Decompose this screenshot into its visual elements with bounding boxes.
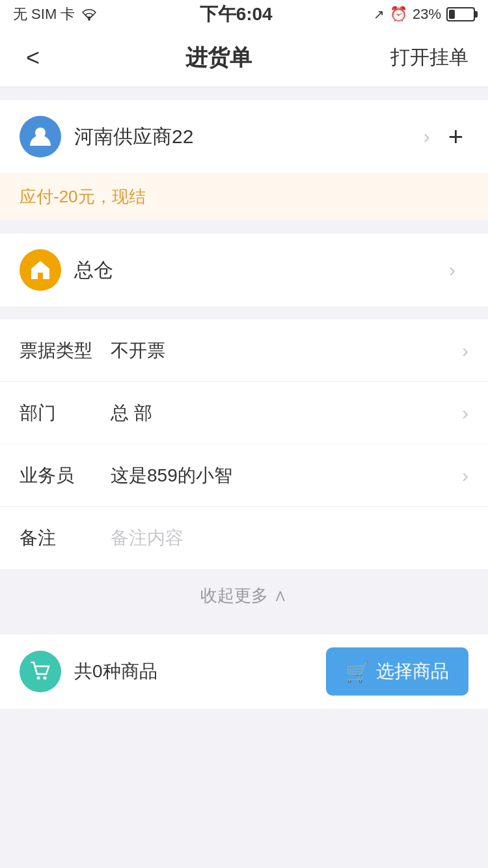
salesperson-value: 这是859的小智 [98,463,462,488]
remark-value: 备注内容 [98,526,468,550]
status-time: 下午6:04 [200,2,273,27]
salesperson-label: 业务员 [20,463,98,488]
form-section: 票据类型 不开票 › 部门 总 部 › 业务员 这是859的小智 › 备注 备注… [0,319,488,569]
select-product-button[interactable]: 🛒 选择商品 [326,647,468,696]
salesperson-chevron-icon: › [462,465,468,487]
collapse-label: 收起更多 ∧ [200,584,287,607]
product-count: 共0种商品 [74,659,326,684]
warehouse-section: 总仓 › [0,233,488,306]
back-button[interactable]: < [20,38,46,78]
nav-bar: < 进货单 打开挂单 [0,29,488,87]
product-icon [20,651,61,692]
alarm-icon: ⏰ [390,6,407,23]
svg-point-2 [37,677,40,680]
page-title: 进货单 [185,43,252,73]
status-left: 无 SIM 卡 [13,5,98,24]
bottom-bar: 共0种商品 🛒 选择商品 [0,634,488,709]
add-button[interactable]: + [443,122,468,152]
cart-icon [29,660,52,683]
remark-row[interactable]: 备注 备注内容 [0,507,488,569]
collapse-row[interactable]: 收起更多 ∧ [0,569,488,621]
wifi-icon [80,7,98,21]
open-pending-button[interactable]: 打开挂单 [390,44,468,71]
svg-point-0 [88,18,91,21]
alert-text: 应付-20元，现结 [20,187,146,206]
supplier-avatar [20,116,61,157]
invoice-type-chevron-icon: › [462,340,468,362]
location-icon: ↗ [373,7,385,22]
invoice-type-row[interactable]: 票据类型 不开票 › [0,319,488,382]
salesperson-row[interactable]: 业务员 这是859的小智 › [0,444,488,507]
warehouse-name: 总仓 [74,257,449,284]
remark-label: 备注 [20,526,98,550]
section-gap-1 [0,87,488,100]
carrier-text: 无 SIM 卡 [13,5,75,24]
home-icon [29,258,52,282]
battery-icon [446,7,475,21]
remaining-background [0,709,488,868]
invoice-type-label: 票据类型 [20,338,98,363]
person-icon [29,125,52,148]
supplier-name: 河南供应商22 [74,124,424,150]
warehouse-icon [20,249,61,291]
department-value: 总 部 [98,401,462,426]
supplier-row[interactable]: 河南供应商22 › + [0,100,488,174]
select-btn-icon: 🛒 [346,660,370,683]
select-btn-label: 选择商品 [376,659,449,684]
supplier-section: 河南供应商22 › + 应付-20元，现结 [0,100,488,220]
status-bar: 无 SIM 卡 下午6:04 ↗ ⏰ 23% [0,0,488,29]
alert-banner: 应付-20元，现结 [0,174,488,220]
supplier-chevron-icon: › [424,126,430,148]
department-chevron-icon: › [462,402,468,424]
section-gap-2 [0,220,488,233]
department-row[interactable]: 部门 总 部 › [0,382,488,444]
warehouse-row[interactable]: 总仓 › [0,233,488,306]
department-label: 部门 [20,401,98,426]
battery-text: 23% [413,6,441,23]
svg-point-3 [44,677,47,680]
invoice-type-value: 不开票 [98,338,462,363]
warehouse-chevron-icon: › [449,259,455,281]
status-right: ↗ ⏰ 23% [373,6,475,23]
